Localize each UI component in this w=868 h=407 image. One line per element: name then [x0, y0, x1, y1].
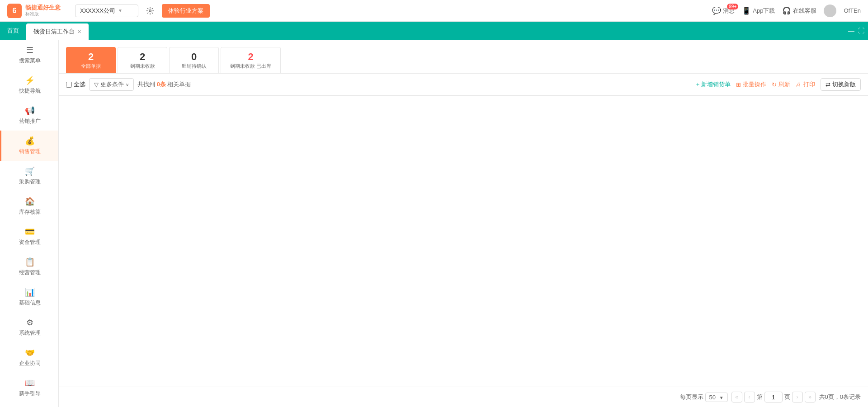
total-info: 共0页，0条记录 [819, 393, 861, 401]
stat-wangpu-label: 旺铺待确认 [179, 63, 209, 70]
add-sales-order-button[interactable]: + 新增销货单 [696, 80, 731, 89]
refresh-icon: ↻ [772, 81, 777, 88]
sidebar-item-shortcuts[interactable]: ⚡ 快捷导航 [0, 70, 58, 100]
stat-tab-overdue[interactable]: 2 到期未收款 [118, 47, 167, 73]
stat-overdue-count: 2 [127, 51, 158, 63]
sidebar-item-operations[interactable]: 📋 经营管理 [0, 252, 58, 282]
user-name[interactable]: OfTEn [844, 7, 861, 14]
page-label: 第 [757, 393, 763, 401]
marketing-icon: 📢 [25, 106, 35, 116]
batch-operation-button[interactable]: ⊞ 批量操作 [736, 80, 766, 89]
stat-tab-all[interactable]: 2 全部单据 [66, 47, 116, 73]
print-button[interactable]: 🖨 打印 [796, 80, 815, 89]
logo-area: 6 畅捷通好生意 标准版 [7, 4, 61, 18]
filter-button[interactable]: ▽ 更多条件 ∨ [89, 78, 134, 91]
chevron-down-icon: ▼ [118, 8, 123, 13]
batch-icon: ⊞ [736, 81, 741, 88]
sidebar-item-enterprise[interactable]: 🤝 企业协同 [0, 342, 58, 373]
guide-icon: 📖 [25, 378, 35, 388]
nav-tabs-bar: 首页 钱货日清工作台 ✕ — ⛶ [0, 22, 868, 40]
company-selector[interactable]: XXXXXX公司 ▼ [75, 5, 138, 17]
select-all-checkbox[interactable]: 全选 [66, 80, 85, 89]
app-logo: 6 [7, 4, 22, 18]
sidebar-item-system[interactable]: ⚙ 系统管理 [0, 312, 58, 342]
online-service-button[interactable]: 🎧 在线客服 [782, 6, 816, 15]
sidebar-item-sales[interactable]: 💰 销售管理 [0, 131, 58, 161]
all-checkbox-input[interactable] [66, 82, 72, 88]
per-page-select-box[interactable]: 50 ▼ [705, 393, 728, 402]
prev-page-button[interactable]: ‹ [744, 392, 755, 402]
message-icon: 💬 [712, 6, 721, 15]
expand-icon[interactable]: ⛶ [858, 27, 864, 34]
sidebar-item-search[interactable]: ☰ 搜索菜单 [0, 40, 58, 70]
per-page-selector: 每页显示 50 ▼ [680, 393, 728, 402]
settings-icon[interactable] [144, 5, 156, 17]
sidebar-item-purchase[interactable]: 🛒 采购管理 [0, 161, 58, 191]
refresh-button[interactable]: ↻ 刷新 [772, 80, 790, 89]
toolbar-right: + 新增销货单 ⊞ 批量操作 ↻ 刷新 🖨 打印 ⇄ 切换新版 [696, 78, 861, 91]
finance-icon: 💳 [25, 227, 35, 237]
toolbar: 全选 ▽ 更多条件 ∨ 共找到 0条 相关单据 + 新增销货单 ⊞ 批量操作 [59, 74, 868, 96]
found-text: 共找到 0条 相关单据 [137, 80, 191, 89]
stats-tabs-inner: 2 全部单据 2 到期未收款 0 旺铺待确认 2 到期未收款 已出库 [66, 47, 861, 73]
operations-icon: 📋 [25, 257, 35, 267]
minimize-icon[interactable]: — [848, 27, 854, 34]
trial-button[interactable]: 体验行业方案 [162, 4, 210, 18]
stat-wangpu-count: 0 [179, 51, 209, 63]
sales-icon: 💰 [25, 136, 35, 146]
enterprise-icon: 🤝 [25, 348, 35, 358]
page-suffix: 页 [784, 393, 790, 401]
sidebar-item-guide[interactable]: 📖 新手引导 [0, 373, 58, 403]
app-name: 畅捷通好生意 [25, 4, 61, 11]
tab-close-icon[interactable]: ✕ [77, 29, 81, 35]
app-version: 标准版 [25, 11, 61, 17]
company-name: XXXXXX公司 [80, 7, 115, 15]
stat-shipped-label: 到期未收款 已出库 [230, 63, 271, 70]
sidebar: ☰ 搜索菜单 ⚡ 快捷导航 📢 营销推广 💰 销售管理 🛒 采购管理 🏠 库存核… [0, 40, 59, 407]
basic-info-icon: 📊 [25, 287, 35, 297]
shortcuts-icon: ⚡ [25, 75, 35, 85]
sidebar-item-marketing[interactable]: 📢 营销推广 [0, 100, 58, 131]
purchase-icon: 🛒 [25, 166, 35, 176]
pagination-bar: 每页显示 50 ▼ « ‹ 第 页 › [59, 387, 868, 407]
stat-shipped-count: 2 [230, 51, 271, 63]
sidebar-item-inventory[interactable]: 🏠 库存核算 [0, 191, 58, 221]
found-count: 0条 [157, 81, 166, 88]
stats-tabs: 2 全部单据 2 到期未收款 0 旺铺待确认 2 到期未收款 已出库 [59, 40, 868, 74]
main-layout: ☰ 搜索菜单 ⚡ 快捷导航 📢 营销推广 💰 销售管理 🛒 采购管理 🏠 库存核… [0, 40, 868, 407]
empty-table-area [59, 96, 868, 387]
user-avatar[interactable] [824, 5, 836, 17]
filter-icon: ▽ [94, 81, 99, 88]
page-navigation: « ‹ 第 页 › » [731, 392, 816, 402]
stat-tab-shipped[interactable]: 2 到期未收款 已出库 [221, 47, 281, 73]
content-area: 2 全部单据 2 到期未收款 0 旺铺待确认 2 到期未收款 已出库 [59, 40, 868, 407]
svg-point-0 [149, 9, 151, 12]
first-page-button[interactable]: « [731, 392, 742, 402]
sidebar-item-basic-info[interactable]: 📊 基础信息 [0, 282, 58, 312]
sidebar-item-finance[interactable]: 💳 资金管理 [0, 221, 58, 252]
last-page-button[interactable]: » [805, 392, 816, 402]
header-actions: 💬 消息 99+ 📱 App下载 🎧 在线客服 OfTEn [712, 5, 861, 17]
stat-all-label: 全部单据 [75, 63, 106, 70]
switch-version-button[interactable]: ⇄ 切换新版 [821, 78, 861, 91]
nav-tab-actions: — ⛶ [848, 27, 868, 34]
tab-home[interactable]: 首页 [0, 22, 26, 40]
tab-sales-workbench[interactable]: 钱货日清工作台 ✕ [26, 23, 89, 40]
page-number-input[interactable] [764, 392, 783, 402]
app-download-button[interactable]: 📱 App下载 [742, 6, 775, 15]
system-icon: ⚙ [26, 318, 33, 327]
phone-icon: 📱 [742, 6, 751, 15]
top-header: 6 畅捷通好生意 标准版 XXXXXX公司 ▼ 体验行业方案 💬 消息 99+ … [0, 0, 868, 22]
sidebar-item-app-center[interactable]: 📱 应用中心 [0, 403, 58, 407]
stat-overdue-label: 到期未收款 [127, 63, 158, 70]
inventory-icon: 🏠 [25, 196, 35, 206]
message-badge: 99+ [727, 4, 738, 9]
stat-tab-wangpu[interactable]: 0 旺铺待确认 [169, 47, 219, 73]
print-icon: 🖨 [796, 81, 802, 88]
stat-all-count: 2 [75, 51, 106, 63]
next-page-button[interactable]: › [792, 392, 803, 402]
select-all-label: 全选 [74, 80, 85, 89]
message-button[interactable]: 💬 消息 99+ [712, 6, 735, 15]
search-menu-icon: ☰ [26, 45, 33, 55]
per-page-label: 每页显示 [680, 393, 703, 401]
